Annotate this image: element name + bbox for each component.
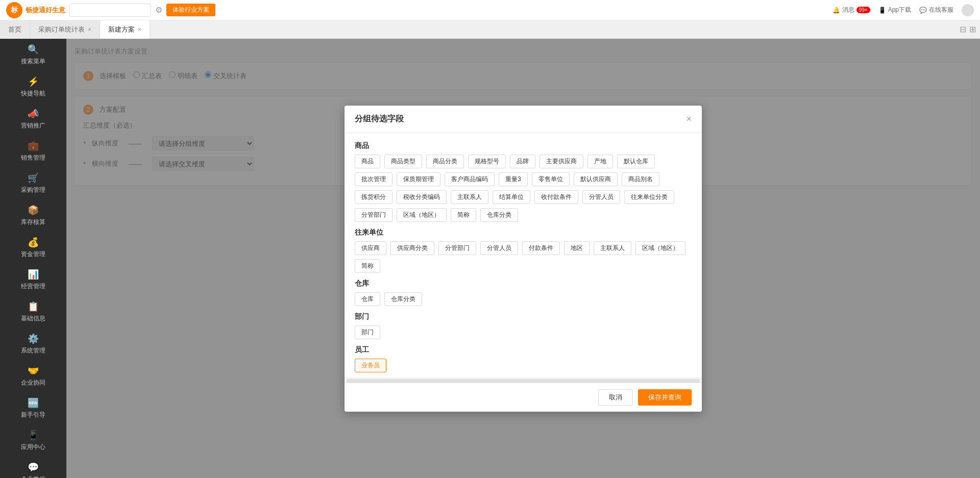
section-title-warehouse: 仓库 (355, 279, 692, 288)
topbar-right: 🔔 消息 99+ 📱 App下载 💬 在线客服 (832, 4, 974, 16)
section-title-staff: 员工 (355, 345, 692, 355)
sidebar-item-wechat[interactable]: 💬 企业微信 (0, 457, 66, 478)
sidebar-item-sales[interactable]: 💼 销售管理 (0, 135, 66, 167)
field-tag[interactable]: 分管人员 (582, 190, 620, 204)
app-center-icon: 📱 (28, 430, 39, 441)
field-tag[interactable]: 商品分类 (426, 155, 464, 168)
field-tag[interactable]: 默认供应商 (574, 172, 618, 186)
field-tag[interactable]: 主要供应商 (540, 155, 583, 168)
sidebar-label-system: 系统管理 (21, 346, 45, 355)
dialog-close-icon[interactable]: × (686, 114, 692, 124)
sidebar-item-search[interactable]: 🔍 搜索菜单 (0, 39, 66, 71)
field-tag[interactable]: 零售单位 (532, 172, 570, 186)
sidebar-label-basic-info: 基础信息 (21, 314, 45, 323)
field-tag[interactable]: 供应商 (355, 241, 386, 255)
field-tag[interactable]: 仓库分类 (480, 208, 518, 222)
sidebar-label-app-center: 应用中心 (21, 443, 45, 451)
field-tag[interactable]: 分管部门 (438, 241, 476, 255)
field-tag[interactable]: 付款条件 (522, 241, 560, 255)
field-tag[interactable]: 区域（地区） (635, 241, 685, 255)
field-tag[interactable]: 税收分类编码 (397, 190, 447, 204)
main-content: 采购订单统计表方案设置 1 选择模板 汇总表 明细表 交叉统计表 2 方案配置 … (66, 39, 980, 478)
sidebar-label-finance: 资金管理 (21, 250, 45, 259)
sidebar-label-marketing: 营销推广 (21, 121, 45, 130)
sidebar-label-enterprise: 企业协同 (21, 379, 45, 387)
dialog-header: 分组待选字段 × (345, 106, 702, 133)
sidebar-item-inventory[interactable]: 📦 库存核算 (0, 199, 66, 232)
field-tag[interactable]: 主联系人 (594, 241, 631, 255)
online-service-item[interactable]: 💬 在线客服 (919, 6, 953, 14)
tab-new-plan-close-icon[interactable]: × (138, 26, 141, 33)
dialog-body: 商品 商品 商品类型 商品分类 规格型号 品牌 主要供应商 产地 默认仓库 批次… (345, 133, 702, 378)
field-select-dialog: 分组待选字段 × 商品 商品 商品类型 商品分类 规格型号 品牌 主要供应商 产… (345, 106, 702, 412)
sales-icon: 💼 (28, 140, 39, 152)
search-icon: 🔍 (28, 44, 39, 55)
field-tag[interactable]: 区域（地区） (397, 208, 447, 222)
sidebar: 🔍 搜索菜单 ⚡ 快捷导航 📣 营销推广 💼 销售管理 🛒 采购管理 📦 库存核… (0, 39, 66, 478)
app-download-item[interactable]: 📱 App下载 (878, 6, 911, 14)
field-tag-salesman[interactable]: 业务员 (355, 359, 386, 372)
section-title-product: 商品 (355, 141, 692, 150)
field-tag[interactable]: 结算单位 (493, 190, 530, 204)
sidebar-item-app-center[interactable]: 📱 应用中心 (0, 424, 66, 457)
purchase-icon: 🛒 (28, 172, 39, 184)
field-tag[interactable]: 商品类型 (384, 155, 422, 168)
field-tag[interactable]: 批次管理 (355, 172, 393, 186)
field-tag[interactable]: 分管人员 (480, 241, 518, 255)
gear-icon[interactable]: ⚙ (155, 5, 162, 15)
field-tag[interactable]: 保质期管理 (397, 172, 440, 186)
field-tag[interactable]: 重量3 (499, 172, 528, 186)
user-avatar[interactable] (962, 4, 974, 16)
field-tag[interactable]: 仓库 (355, 292, 380, 306)
tab-purchase-close-icon[interactable]: × (88, 26, 91, 33)
field-tag[interactable]: 品牌 (510, 155, 535, 168)
tab-home-label: 首页 (8, 25, 21, 34)
dialog-hscroll (345, 378, 702, 382)
field-tag[interactable]: 部门 (355, 325, 380, 339)
tab-purchase-stats-label: 采购订单统计表 (38, 25, 85, 34)
sidebar-item-marketing[interactable]: 📣 营销推广 (0, 103, 66, 135)
message-item[interactable]: 🔔 消息 99+ (832, 6, 870, 14)
field-tag[interactable]: 简称 (451, 208, 476, 222)
sidebar-item-guide[interactable]: 🆕 新手引导 (0, 392, 66, 424)
field-tag[interactable]: 分管部门 (355, 208, 393, 222)
tab-expand-icon[interactable]: ⊞ (969, 24, 976, 34)
field-tag[interactable]: 商品别名 (622, 172, 659, 186)
field-tag[interactable]: 往来单位分类 (624, 190, 674, 204)
sidebar-item-enterprise[interactable]: 🤝 企业协同 (0, 360, 66, 392)
field-tag[interactable]: 供应商分类 (390, 241, 434, 255)
field-tag[interactable]: 主联系人 (451, 190, 488, 204)
sidebar-item-quick-nav[interactable]: ⚡ 快捷导航 (0, 71, 66, 103)
app-download-label: App下载 (888, 6, 911, 14)
sidebar-item-basic-info[interactable]: 📋 基础信息 (0, 296, 66, 328)
sidebar-item-purchase[interactable]: 🛒 采购管理 (0, 167, 66, 199)
sidebar-item-finance[interactable]: 💰 资金管理 (0, 232, 66, 264)
tab-new-plan[interactable]: 新建方案 × (100, 20, 150, 39)
tab-new-plan-label: 新建方案 (108, 25, 135, 34)
topbar-search-input[interactable] (69, 4, 151, 17)
app-icon: 📱 (878, 7, 886, 14)
sidebar-item-system[interactable]: ⚙️ 系统管理 (0, 328, 66, 360)
field-tag[interactable]: 商品 (355, 155, 380, 168)
field-tag[interactable]: 地区 (564, 241, 590, 255)
field-tag[interactable]: 客户商品编码 (445, 172, 495, 186)
field-tag[interactable]: 拣货积分 (355, 190, 393, 204)
field-tag[interactable]: 仓库分类 (384, 292, 422, 306)
field-tag[interactable]: 规格型号 (468, 155, 506, 168)
tab-collapse-icon[interactable]: ⊟ (960, 24, 966, 34)
inventory-icon: 📦 (28, 205, 39, 216)
main-layout: 🔍 搜索菜单 ⚡ 快捷导航 📣 营销推广 💼 销售管理 🛒 采购管理 📦 库存核… (0, 39, 980, 478)
fields-grid-partner: 供应商 供应商分类 分管部门 分管人员 付款条件 地区 主联系人 区域（地区） … (355, 241, 692, 273)
field-tag[interactable]: 默认仓库 (617, 155, 655, 168)
field-tag[interactable]: 产地 (587, 155, 613, 168)
sidebar-item-management[interactable]: 📊 经营管理 (0, 264, 66, 296)
fields-grid-dept: 部门 (355, 325, 692, 339)
tab-home[interactable]: 首页 (0, 20, 30, 39)
dialog-confirm-button[interactable]: 保存并查询 (638, 389, 692, 406)
field-tag[interactable]: 收付款条件 (534, 190, 578, 204)
experience-btn[interactable]: 体验行业方案 (166, 4, 215, 16)
tab-purchase-stats[interactable]: 采购订单统计表 × (30, 20, 100, 39)
dialog-cancel-button[interactable]: 取消 (598, 389, 633, 406)
field-tag[interactable]: 简称 (355, 259, 380, 273)
sidebar-label-guide: 新手引导 (21, 411, 45, 419)
